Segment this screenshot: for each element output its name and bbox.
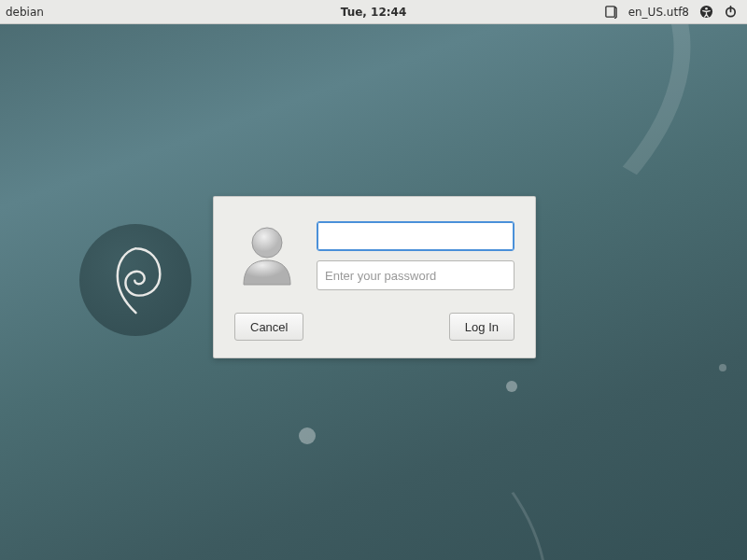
svg-point-2 [705,7,708,10]
background-dot [506,381,517,392]
user-avatar-icon [234,221,300,287]
cancel-button[interactable]: Cancel [234,313,303,341]
keyboard-layout-icon[interactable] [604,5,619,20]
debian-logo [79,224,191,336]
panel-locale[interactable]: en_US.utf8 [628,6,689,19]
power-icon[interactable] [723,5,738,20]
background-dot [719,364,726,371]
background-dot [299,427,316,444]
login-button[interactable]: Log In [449,313,514,341]
accessibility-icon[interactable] [698,5,713,20]
login-dialog: Cancel Log In [213,196,536,358]
svg-rect-0 [606,7,614,17]
svg-point-5 [252,228,282,258]
panel-hostname: debian [0,6,44,19]
top-panel: debian Tue, 12:44 en_US.utf8 [0,0,747,24]
password-input[interactable] [317,260,514,290]
username-input[interactable] [317,221,514,251]
panel-clock: Tue, 12:44 [341,6,406,19]
